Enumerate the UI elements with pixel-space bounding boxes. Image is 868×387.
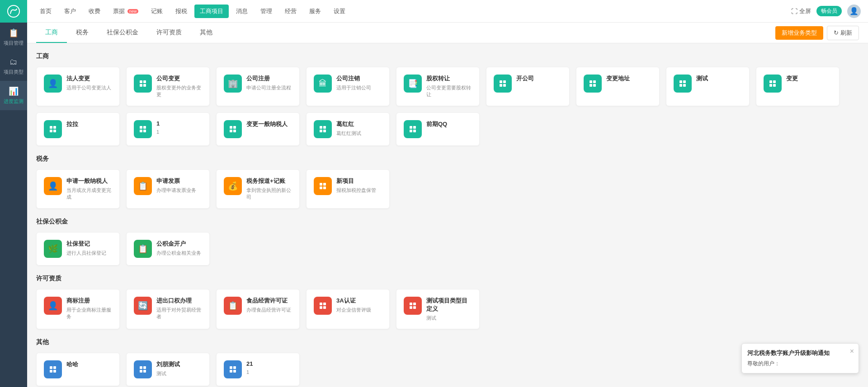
subtab-shuiwu[interactable]: 税务 [67, 23, 98, 43]
svg-rect-1 [140, 80, 142, 83]
card-change[interactable]: 变更 [756, 67, 840, 106]
page-content: 工商 👤 法人变更 适用于公司变更法人 [27, 43, 868, 387]
nav-industry[interactable]: 工商项目 [194, 5, 229, 18]
card-title: 测试 [696, 75, 742, 83]
main-content: 首页 客户 收费 票据 new 记账 报税 工商项目 消息 管理 经营 服务 设… [27, 0, 868, 387]
card-desc: 办理公积金相关业务 [156, 250, 202, 256]
card-open-company[interactable]: 开公司 [486, 67, 570, 106]
card-lala[interactable]: 拉拉 [36, 112, 120, 146]
card-title: 商标注册 [66, 297, 112, 305]
svg-rect-54 [53, 366, 56, 369]
card-icon-one [134, 120, 152, 138]
subtab-permit[interactable]: 许可资质 [147, 23, 191, 43]
section-title-shuiwu: 税务 [36, 155, 859, 163]
card-21[interactable]: 21 1 [216, 353, 300, 386]
card-icon-company-change [134, 75, 152, 93]
svg-rect-63 [230, 370, 232, 373]
card-title: 开公司 [516, 75, 562, 83]
card-one[interactable]: 1 1 [126, 112, 210, 146]
card-icon-social: 🌿 [44, 240, 62, 258]
card-icon-21 [224, 360, 242, 378]
card-title: 前期QQ [426, 120, 472, 128]
nav-service[interactable]: 服务 [304, 5, 326, 18]
card-icon-tax-report: 💰 [224, 177, 242, 195]
nav-message[interactable]: 消息 [231, 5, 253, 18]
card-icon-change-address [584, 75, 602, 93]
card-3a-cert[interactable]: 3A认证 对企业信誉评级 [306, 289, 390, 329]
svg-rect-38 [413, 126, 416, 129]
svg-rect-39 [410, 130, 412, 132]
nav-tax[interactable]: 报税 [170, 5, 193, 18]
card-company-register[interactable]: 🏢 公司注册 申请公司注册全流程 [216, 67, 300, 106]
svg-rect-56 [53, 370, 56, 373]
sidebar-item-progress[interactable]: 📊 进度监测 [0, 81, 27, 110]
progress-icon: 📊 [9, 86, 19, 96]
other-cards-grid: 哈哈 刘朋测试 测试 [36, 353, 859, 386]
gongshang-cards-grid: 👤 法人变更 适用于公司变更法人 公司变更 [36, 67, 859, 146]
card-change-taxpayer[interactable]: 变更一般纳税人 [216, 112, 300, 146]
card-import-export[interactable]: 🔄 进出口权办理 适用于对外贸易经营者 [126, 289, 210, 329]
sidebar-item-project-manage[interactable]: 📋 项目管理 [0, 23, 27, 52]
card-haha[interactable]: 哈哈 [36, 353, 120, 386]
notification-close-btn[interactable]: × [850, 347, 854, 355]
card-food-permit[interactable]: 📋 食品经营许可证 办理食品经营许可证 [216, 289, 300, 329]
svg-rect-31 [230, 130, 232, 132]
card-apply-taxpayer[interactable]: 👤 申请一般纳税人 当月或次月成变更完成 [36, 169, 120, 209]
card-title: 社保登记 [66, 240, 112, 248]
svg-rect-12 [593, 84, 596, 87]
card-fund-open[interactable]: 📋 公积金开户 办理公积金相关业务 [126, 232, 210, 266]
member-button[interactable]: 畅会员 [816, 6, 842, 16]
card-title: 股权转让 [426, 75, 472, 83]
svg-rect-61 [230, 366, 232, 369]
card-desc: 葛红红测试 [336, 130, 382, 137]
subtab-other[interactable]: 其他 [191, 23, 222, 43]
svg-rect-22 [53, 126, 56, 129]
card-tax-report[interactable]: 💰 税务报道+记账 拿到营业执照的新公司 [216, 169, 300, 209]
card-test-type[interactable]: 测试项目类型目定义 测试 [396, 289, 480, 329]
svg-rect-48 [323, 306, 326, 309]
card-change-address[interactable]: 变更地址 [576, 67, 660, 106]
card-test[interactable]: 测试 [666, 67, 750, 106]
refresh-button[interactable]: ↻ 刷新 [827, 26, 859, 40]
card-company-cancel[interactable]: 🏛 公司注销 适用于注销公司 [306, 67, 390, 106]
card-icon-company-register: 🏢 [224, 75, 242, 93]
subtab-gongshang[interactable]: 工商 [36, 23, 67, 43]
nav-client[interactable]: 客户 [59, 5, 81, 18]
card-trademark[interactable]: 👤 商标注册 用于企业商标注册服务 [36, 289, 120, 329]
card-honghong[interactable]: 葛红红 葛红红测试 [306, 112, 390, 146]
card-company-change[interactable]: 公司变更 股权变更外的业务变更 [126, 67, 210, 106]
card-social-register[interactable]: 🌿 社保登记 进行人员社保登记 [36, 232, 120, 266]
sidebar: 📋 项目管理 🗂 项目类型 📊 进度监测 [0, 0, 27, 387]
svg-rect-21 [50, 126, 52, 129]
svg-rect-20 [773, 84, 776, 87]
svg-rect-46 [323, 303, 326, 305]
card-equity-transfer[interactable]: 📑 股权转让 公司变更需要股权转让 [396, 67, 480, 106]
card-title: 新项目 [336, 177, 382, 185]
sidebar-item-label: 项目类型 [4, 69, 24, 75]
card-new-project[interactable]: 新项目 报税加税控盘保管 [306, 169, 390, 209]
nav-billing[interactable]: 收费 [83, 5, 106, 18]
nav-accounting[interactable]: 记账 [146, 5, 168, 18]
svg-rect-5 [500, 80, 502, 83]
card-liupeng[interactable]: 刘朋测试 测试 [126, 353, 210, 386]
subtab-shebao[interactable]: 社保公积金 [98, 23, 147, 43]
svg-rect-36 [323, 130, 326, 132]
project-type-icon: 🗂 [9, 57, 18, 67]
nav-operation[interactable]: 经营 [279, 5, 302, 18]
card-apply-invoice[interactable]: 📋 申请发票 办理申请发票业务 [126, 169, 210, 209]
svg-rect-60 [143, 370, 146, 373]
card-preqq[interactable]: 前期QQ [396, 112, 480, 146]
svg-rect-41 [320, 183, 322, 186]
avatar[interactable]: 👤 [847, 5, 861, 18]
nav-settings[interactable]: 设置 [328, 5, 351, 18]
add-type-button[interactable]: 新增业务类型 [775, 26, 823, 40]
card-legal-change[interactable]: 👤 法人变更 适用于公司变更法人 [36, 67, 120, 106]
nav-home[interactable]: 首页 [34, 5, 57, 18]
nav-management[interactable]: 管理 [255, 5, 278, 18]
svg-rect-26 [143, 126, 146, 129]
nav-ticket[interactable]: 票据 new [108, 5, 144, 18]
fullscreen-btn[interactable]: ⛶ 全屏 [791, 7, 811, 15]
sidebar-item-project-type[interactable]: 🗂 项目类型 [0, 52, 27, 81]
svg-rect-4 [143, 84, 146, 87]
card-title: 公司变更 [156, 75, 202, 83]
